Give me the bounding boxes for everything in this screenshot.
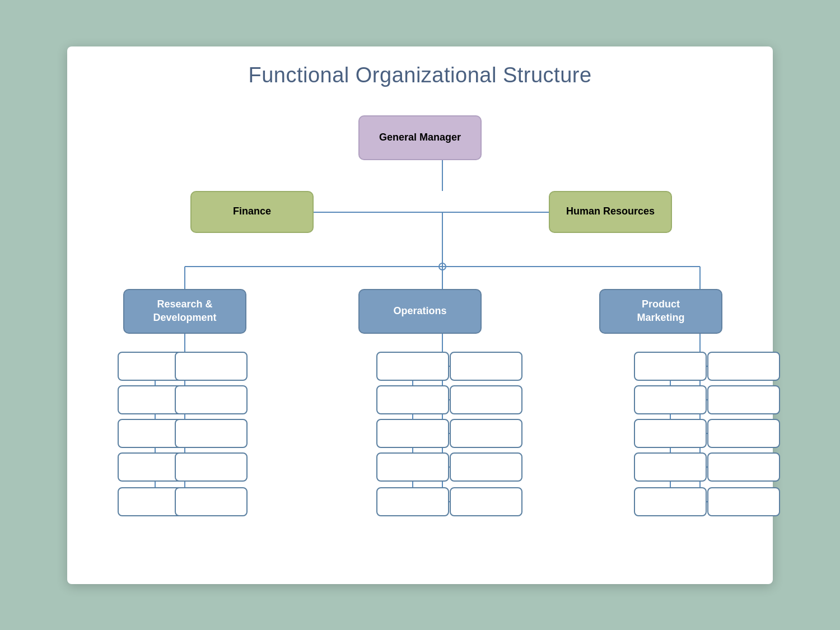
pm-sub-box-l3 [634, 419, 707, 448]
gm-box: General Manager [358, 115, 482, 160]
ops-sub-box-l1 [376, 352, 449, 381]
pm-sub-box-r2 [707, 385, 780, 414]
rd-sub-box-r5 [175, 487, 248, 516]
pm-sub-box-l4 [634, 452, 707, 482]
pm-sub-box-r4 [707, 452, 780, 482]
ops-sub-box-l3 [376, 419, 449, 448]
pm-sub-box-l2 [634, 385, 707, 414]
ops-sub-box-r1 [450, 352, 522, 381]
ops-sub-box-r4 [450, 452, 522, 482]
rd-sub-box-r1 [175, 352, 248, 381]
ops-sub-box-r3 [450, 419, 522, 448]
pm-sub-box-l5 [634, 487, 707, 516]
pm-sub-box-r3 [707, 419, 780, 448]
rd-sub-box-r3 [175, 419, 248, 448]
hr-box: Human Resources [549, 191, 672, 233]
pm-sub-box-r1 [707, 352, 780, 381]
ops-sub-box-r2 [450, 385, 522, 414]
rd-sub-box-r4 [175, 452, 248, 482]
rd-box: Research &Development [123, 289, 246, 334]
pm-sub-box-l1 [634, 352, 707, 381]
org-chart: General Manager Finance Human Resources … [90, 104, 750, 573]
ops-box: Operations [358, 289, 482, 334]
pm-box: ProductMarketing [599, 289, 722, 334]
slide: Functional Organizational Structure [67, 46, 773, 584]
ops-sub-box-r5 [450, 487, 522, 516]
ops-sub-box-l4 [376, 452, 449, 482]
pm-sub-box-r5 [707, 487, 780, 516]
pm-label: ProductMarketing [637, 298, 684, 324]
ops-sub-box-l5 [376, 487, 449, 516]
rd-label: Research &Development [153, 298, 216, 324]
ops-sub-box-l2 [376, 385, 449, 414]
rd-sub-box-r2 [175, 385, 248, 414]
svg-point-10 [439, 263, 446, 270]
finance-box: Finance [190, 191, 314, 233]
slide-title: Functional Organizational Structure [248, 63, 591, 87]
